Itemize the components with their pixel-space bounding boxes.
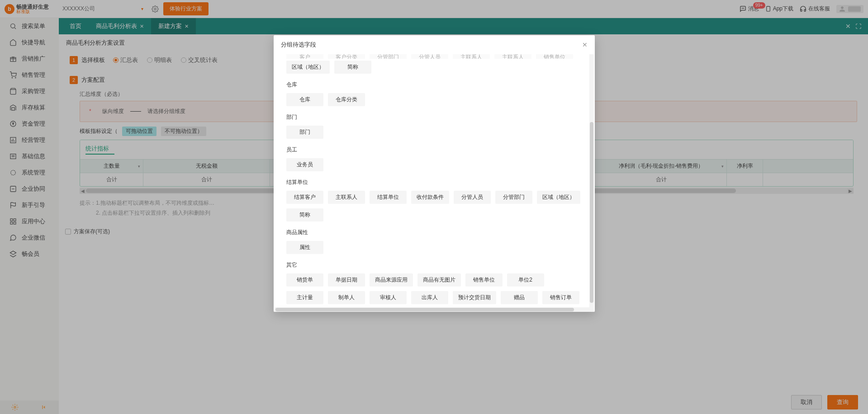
field-chip[interactable]: 分管人员 <box>454 191 491 204</box>
field-group-title: 结算单位 <box>286 179 582 186</box>
field-chip[interactable]: 分管部门 <box>370 54 407 59</box>
field-chip[interactable]: 主联系人 <box>328 191 365 204</box>
field-chip[interactable]: 主计量 <box>286 291 323 304</box>
field-chip[interactable]: 结算客户 <box>286 191 323 204</box>
field-group-title: 其它 <box>286 261 582 269</box>
field-selector-modal: 分组待选字段 ✕ 客户客户分类分管部门分管人员主联系人主联系人销售单位 区域（地… <box>274 35 595 312</box>
field-chip[interactable]: 属性 <box>286 241 323 254</box>
field-chip[interactable]: 客户分类 <box>328 54 365 59</box>
field-group-title: 仓库 <box>286 81 582 89</box>
field-chip[interactable]: 商品来源应用 <box>370 273 413 287</box>
field-chip[interactable]: 区域（地区） <box>286 61 330 74</box>
field-chip[interactable]: 结算单位 <box>370 191 407 204</box>
field-chip[interactable]: 制单人 <box>328 291 365 304</box>
field-chip[interactable]: 审核人 <box>370 291 407 304</box>
field-group-title: 部门 <box>286 113 582 121</box>
field-chip[interactable]: 单位2 <box>507 273 544 287</box>
field-chip[interactable]: 仓库分类 <box>328 93 365 106</box>
modal-close-button[interactable]: ✕ <box>582 41 588 48</box>
field-chip[interactable]: 主联系人 <box>453 54 490 59</box>
field-chip[interactable]: 销货单 <box>286 273 323 287</box>
field-group-title: 员工 <box>286 146 582 154</box>
field-group-title: 商品属性 <box>286 229 582 236</box>
modal-hscroll[interactable] <box>275 307 594 312</box>
field-chip[interactable]: 区域（地区） <box>537 191 580 204</box>
modal-mask: 分组待选字段 ✕ 客户客户分类分管部门分管人员主联系人主联系人销售单位 区域（地… <box>0 0 868 414</box>
field-chip[interactable]: 销售单位 <box>465 273 503 287</box>
field-chip[interactable]: 预计交货日期 <box>453 291 496 304</box>
field-chip[interactable]: 简称 <box>286 208 323 221</box>
field-chip[interactable]: 赠品 <box>501 291 538 304</box>
field-chip[interactable]: 业务员 <box>286 158 323 171</box>
modal-vscroll[interactable] <box>589 54 594 307</box>
field-chip[interactable]: 分管部门 <box>495 191 532 204</box>
field-chip[interactable]: 商品有无图片 <box>417 273 461 287</box>
field-chip[interactable]: 单据日期 <box>328 273 365 287</box>
field-chip[interactable]: 主联系人 <box>494 54 531 59</box>
field-chip[interactable]: 分管人员 <box>411 54 448 59</box>
field-chip[interactable]: 销售订单 <box>542 291 579 304</box>
field-chip[interactable]: 简称 <box>334 61 371 74</box>
modal-title: 分组待选字段 <box>281 41 316 49</box>
field-chip[interactable]: 出库人 <box>411 291 448 304</box>
field-chip[interactable]: 仓库 <box>286 93 323 106</box>
field-chip[interactable]: 部门 <box>286 126 323 139</box>
field-chip[interactable]: 收付款条件 <box>411 191 449 204</box>
field-chip[interactable]: 销售单位 <box>536 54 573 59</box>
field-chip[interactable]: 客户 <box>286 54 323 59</box>
